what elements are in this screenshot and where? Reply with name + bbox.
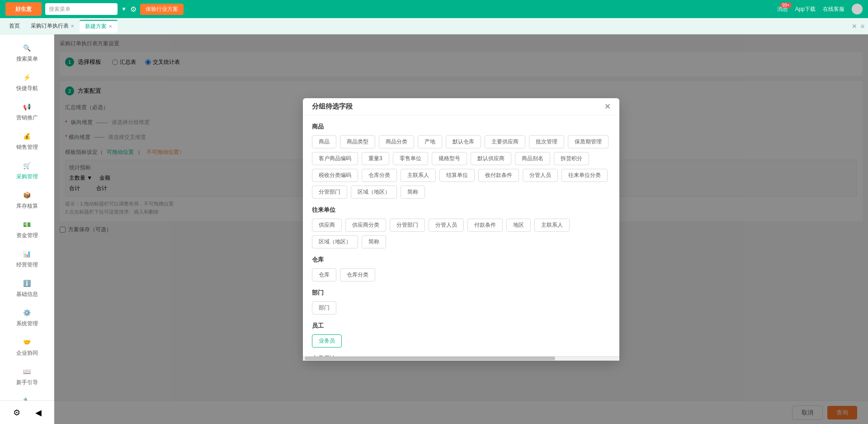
field-batch-mgmt[interactable]: 批次管理	[529, 135, 564, 148]
section-warehouse-title: 仓库	[312, 256, 610, 264]
field-warehouse-category[interactable]: 仓库分类	[362, 169, 397, 182]
top-nav: 好生意 搜索菜单 ▼ ⚙ 体验行业方案 消息 99+ App下载 在线客服	[0, 0, 868, 18]
field-supplier[interactable]: 供应商	[312, 219, 342, 232]
section-employee-title: 员工	[312, 322, 610, 330]
sidebar-item-inventory[interactable]: 📦 库存核算	[0, 185, 54, 214]
modal-hscrollbar[interactable]	[303, 356, 619, 361]
modal-close-btn[interactable]: ✕	[604, 102, 610, 111]
field-warehouse-cat[interactable]: 仓库分类	[340, 268, 375, 281]
close-tab-new-plan[interactable]: ✕	[108, 24, 112, 29]
sidebar: 🔍 搜索菜单 ⚡ 快捷导航 📢 营销推广 💰 销售管理 🛒 采购管理 📦 库存核…	[0, 34, 54, 424]
field-region-cp[interactable]: 区域（地区）	[312, 235, 358, 248]
field-retail-unit[interactable]: 零售单位	[393, 152, 428, 165]
field-counterparty-category[interactable]: 往来单位分类	[561, 169, 608, 182]
notification-btn[interactable]: 消息 99+	[777, 5, 788, 13]
close-tab-purchase[interactable]: ✕	[71, 24, 74, 29]
field-origin[interactable]: 产地	[418, 135, 442, 148]
field-supplier-category[interactable]: 供应商分类	[345, 219, 386, 232]
field-weight3[interactable]: 重量3	[362, 152, 389, 165]
department-fields: 部门	[312, 301, 610, 314]
settings-icon[interactable]: ⚙	[130, 5, 137, 14]
inventory-icon: 📦	[22, 190, 33, 200]
field-product-alias[interactable]: 商品别名	[515, 152, 550, 165]
app-download-btn[interactable]: App下载	[795, 5, 816, 13]
tab-bar: 首页 采购订单执行表 ✕ 新建方案 ✕ ✕ ≡	[0, 18, 868, 34]
employee-fields: 业务员	[312, 334, 610, 348]
sidebar-item-newbie[interactable]: 📖 新手引导	[0, 362, 54, 391]
section-product: 商品 商品 商品类型 商品分类 产地 默认仓库 主要供应商 批次管理 保质期管理…	[312, 123, 610, 199]
field-payment-terms[interactable]: 收付款条件	[478, 169, 519, 182]
field-default-supplier[interactable]: 默认供应商	[471, 152, 511, 165]
field-department[interactable]: 部门	[312, 301, 336, 314]
field-select-modal: 分组待选字段 ✕ 商品 商品 商品类型 商品分类 产地 默认仓库 主要供应商 批…	[303, 98, 619, 361]
modal-body[interactable]: 商品 商品 商品类型 商品分类 产地 默认仓库 主要供应商 批次管理 保质期管理…	[303, 115, 619, 356]
right-actions: 消息 99+ App下载 在线客服	[777, 4, 863, 14]
purchase-icon: 🛒	[22, 160, 33, 171]
modal-header: 分组待选字段 ✕	[303, 98, 619, 115]
sidebar-bottom: ⚙ ◀	[0, 400, 54, 424]
tab-menu[interactable]: ≡	[861, 23, 864, 30]
tab-new-plan[interactable]: 新建方案 ✕	[80, 20, 118, 33]
section-product-title: 商品	[312, 123, 610, 131]
sidebar-collapse-icon[interactable]: ◀	[35, 408, 42, 418]
finance-icon: 💵	[22, 219, 33, 230]
system-icon: ⚙️	[22, 307, 33, 318]
sidebar-item-quick-nav[interactable]: ⚡ 快捷导航	[0, 67, 54, 97]
marketing-icon: 📢	[22, 101, 33, 112]
field-mgmt-dept[interactable]: 分管部门	[390, 219, 425, 232]
warehouse-fields: 仓库 仓库分类	[312, 268, 610, 281]
field-product[interactable]: 商品	[312, 135, 336, 148]
field-product-category[interactable]: 商品分类	[379, 135, 414, 148]
sidebar-item-marketing[interactable]: 📢 营销推广	[0, 97, 54, 126]
field-split-points[interactable]: 拆货积分	[554, 152, 589, 165]
search-bar[interactable]: 搜索菜单	[45, 3, 118, 15]
sidebar-item-finance[interactable]: 💵 资金管理	[0, 214, 54, 244]
sidebar-item-operations[interactable]: 📊 经营管理	[0, 244, 54, 273]
field-shelf-life[interactable]: 保质期管理	[568, 135, 609, 148]
tab-home[interactable]: 首页	[4, 20, 25, 33]
field-manager[interactable]: 分管人员	[523, 169, 558, 182]
sales-icon: 💰	[22, 131, 33, 142]
user-avatar[interactable]	[852, 4, 863, 14]
sidebar-item-sales[interactable]: 💰 销售管理	[0, 126, 54, 156]
section-counterparty-title: 往来单位	[312, 206, 610, 214]
field-customer-code[interactable]: 客户商品编码	[312, 152, 358, 165]
field-spec-model[interactable]: 规格型号	[432, 152, 467, 165]
sidebar-settings-icon[interactable]: ⚙	[13, 408, 20, 418]
hscroll-thumb	[305, 357, 555, 360]
main-content: 采购订单执行表方案设置 1 选择模板 汇总表 交叉统计表 2 方案配置	[54, 34, 868, 424]
field-main-contact-cp[interactable]: 主联系人	[534, 219, 570, 232]
field-salesperson[interactable]: 业务员	[312, 334, 342, 348]
field-area[interactable]: 地区	[506, 219, 531, 232]
sidebar-item-enterprise[interactable]: 🤝 企业协同	[0, 332, 54, 362]
field-short-name-cp[interactable]: 简称	[362, 235, 386, 248]
field-main-contact[interactable]: 主联系人	[401, 169, 436, 182]
quick-nav-icon: ⚡	[22, 72, 33, 83]
sidebar-item-search[interactable]: 🔍 搜索菜单	[0, 38, 54, 67]
tab-purchase-exec[interactable]: 采购订单执行表 ✕	[25, 20, 80, 33]
field-product-type[interactable]: 商品类型	[340, 135, 375, 148]
counterparty-fields: 供应商 供应商分类 分管部门 分管人员 付款条件 地区 主联系人 区域（地区） …	[312, 219, 610, 248]
sidebar-item-purchase[interactable]: 🛒 采购管理	[0, 156, 54, 185]
online-service-btn[interactable]: 在线客服	[823, 5, 844, 13]
field-dept[interactable]: 分管部门	[312, 186, 347, 199]
section-warehouse: 仓库 仓库 仓库分类	[312, 256, 610, 281]
search-icon: 🔍	[22, 43, 33, 53]
field-settlement-unit[interactable]: 结算单位	[439, 169, 475, 182]
section-department: 部门 部门	[312, 289, 610, 314]
section-counterparty: 往来单位 供应商 供应商分类 分管部门 分管人员 付款条件 地区 主联系人 区域…	[312, 206, 610, 248]
field-short-name-product[interactable]: 简称	[401, 186, 425, 199]
sidebar-item-basic-info[interactable]: ℹ️ 基础信息	[0, 273, 54, 303]
field-mgmt-person[interactable]: 分管人员	[429, 219, 464, 232]
modal-title: 分组待选字段	[312, 102, 353, 111]
tab-close-all[interactable]: ✕	[852, 23, 857, 30]
field-payment-condition[interactable]: 付款条件	[467, 219, 503, 232]
field-warehouse[interactable]: 仓库	[312, 268, 336, 281]
field-region-product[interactable]: 区域（地区）	[351, 186, 397, 199]
experience-btn[interactable]: 体验行业方案	[140, 4, 184, 15]
sidebar-item-system[interactable]: ⚙️ 系统管理	[0, 303, 54, 332]
field-default-warehouse[interactable]: 默认仓库	[446, 135, 481, 148]
field-tax-code[interactable]: 税收分类编码	[312, 169, 358, 182]
field-main-supplier[interactable]: 主要供应商	[485, 135, 525, 148]
dropdown-arrow[interactable]: ▼	[121, 6, 127, 12]
